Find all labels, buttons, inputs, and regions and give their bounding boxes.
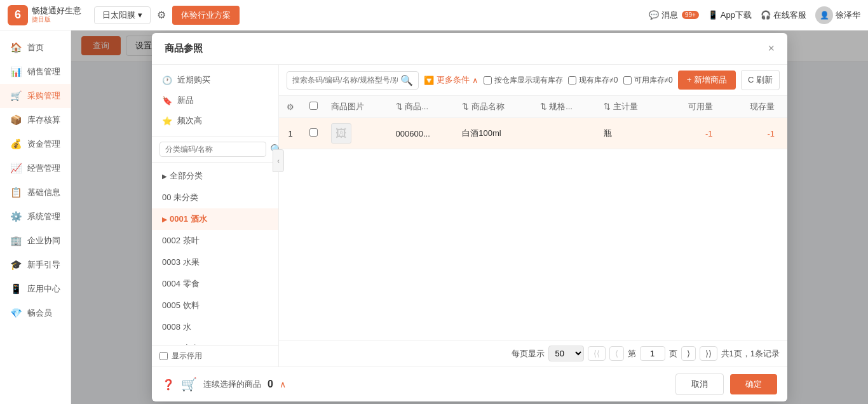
shortcut-recent[interactable]: 🕐 近期购买 <box>152 70 278 90</box>
code-col-header[interactable]: ⇅ 商品... <box>390 96 456 118</box>
add-product-button[interactable]: + 新增商品 <box>678 71 736 90</box>
collapse-panel-button[interactable]: ‹ <box>273 149 284 172</box>
sidebar-item-sales[interactable]: 📊 销售管理 <box>0 60 71 84</box>
cart-icon[interactable]: 🛒 <box>181 377 197 392</box>
sidebar-item-purchase[interactable]: 🛒 采购管理 <box>0 84 71 108</box>
sidebar-item-member[interactable]: 💎 畅会员 <box>0 301 71 325</box>
app-download-button[interactable]: 📱 App下载 <box>708 10 752 21</box>
category-panel: 🕐 近期购买 🔖 新品 ⭐ 频次高 <box>152 65 279 367</box>
trial-button[interactable]: 体验行业方案 <box>172 6 240 25</box>
page-number-input[interactable] <box>640 346 665 361</box>
modal-close-button[interactable]: × <box>768 42 775 55</box>
warehouse-stock-checkbox[interactable] <box>484 76 492 84</box>
enterprise-icon: 🏢 <box>10 235 22 246</box>
filter-check-warehouse[interactable]: 按仓库显示现有库存 <box>484 75 563 86</box>
logo-text: 畅捷通好生意 捷目版 <box>32 6 81 25</box>
more-conditions-button[interactable]: 🔽 更多条件 ∧ <box>424 74 478 86</box>
category-search: 🔍 <box>152 137 278 163</box>
category-snacks[interactable]: 0004 零食 <box>152 273 278 295</box>
collapse-footer-button[interactable]: ∧ <box>280 379 286 389</box>
first-page-button[interactable]: ⟨⟨ <box>588 346 606 361</box>
top-nav: 6 畅捷通好生意 捷目版 日太阳膜 ▾ ⚙ 体验行业方案 💬 消息 99+ 📱 … <box>0 0 868 30</box>
store-selector[interactable]: 日太阳膜 ▾ <box>94 6 151 24</box>
checkbox-col-header <box>302 96 325 118</box>
category-unclassified[interactable]: 00 未分类 <box>152 187 278 208</box>
table-header-row: ⚙ 商品图片 ⇅ 商品... ⇅ 商品名称 ⇅ 规格... ⇅ 主计量 可用量 <box>279 96 787 118</box>
message-icon: 💬 <box>649 10 659 20</box>
category-all[interactable]: ▶ 全部分类 <box>152 165 278 187</box>
online-service-button[interactable]: 🎧 在线客服 <box>761 10 806 21</box>
modal-title: 商品参照 <box>165 43 203 55</box>
shortcut-frequent[interactable]: ⭐ 频次高 <box>152 111 278 131</box>
category-fruit[interactable]: 0003 水果 <box>152 252 278 273</box>
refresh-button[interactable]: C 刷新 <box>741 70 780 90</box>
row-stock: -1 <box>726 118 787 149</box>
image-col-header: 商品图片 <box>325 96 390 118</box>
sidebar-item-system[interactable]: ⚙️ 系统管理 <box>0 205 71 229</box>
sidebar-item-guide[interactable]: 🎓 新手引导 <box>0 253 71 277</box>
cancel-button[interactable]: 取消 <box>675 374 724 395</box>
modal-header: 商品参照 × <box>152 33 787 65</box>
page-size-select[interactable]: 10 20 50 100 <box>548 346 584 361</box>
headset-icon: 🎧 <box>761 10 771 20</box>
sidebar-item-enterprise[interactable]: 🏢 企业协同 <box>0 229 71 253</box>
name-col-header[interactable]: ⇅ 商品名称 <box>456 96 533 118</box>
product-search-input[interactable] <box>292 76 398 84</box>
modal-body: 🕐 近期购买 🔖 新品 ⭐ 频次高 <box>152 65 787 367</box>
sidebar-item-apps[interactable]: 📱 应用中心 <box>0 277 71 301</box>
category-list: ▶ 全部分类 00 未分类 ▶ 0001 酒水 0002 茶 <box>152 163 278 345</box>
search-icon[interactable]: 🔍 <box>400 74 413 86</box>
filter-icon: 🔽 <box>424 76 434 85</box>
available-col-header: 可用量 <box>663 96 725 118</box>
clock-icon: 🕐 <box>162 76 172 85</box>
category-water[interactable]: 0008 水 <box>152 316 278 338</box>
category-tea[interactable]: 0002 茶叶 <box>152 230 278 252</box>
spec-col-header[interactable]: ⇅ 规格... <box>534 96 598 118</box>
user-profile[interactable]: 👤 徐泽华 <box>815 6 860 24</box>
nav-right: 💬 消息 99+ 📱 App下载 🎧 在线客服 👤 徐泽华 <box>649 6 860 24</box>
category-shortcuts: 🕐 近期购买 🔖 新品 ⭐ 频次高 <box>152 65 278 137</box>
member-icon: 💎 <box>10 307 22 319</box>
shortcut-new[interactable]: 🔖 新品 <box>152 90 278 111</box>
inventory-icon: 📦 <box>10 114 22 126</box>
show-disabled-row: 显示停用 <box>152 345 278 367</box>
row-select-checkbox[interactable] <box>309 128 318 137</box>
filter-check-available-stock[interactable]: 可用库存≠0 <box>623 75 673 86</box>
help-icon[interactable]: ❓ <box>162 379 175 391</box>
category-search-input[interactable] <box>159 142 266 157</box>
sidebar-item-basics[interactable]: 📋 基础信息 <box>0 180 71 205</box>
settings-col-header[interactable]: ⚙ <box>279 96 302 118</box>
row-checkbox[interactable] <box>302 118 325 149</box>
cart-count: 0 <box>268 379 273 390</box>
arrow-right-icon: ▶ <box>162 173 167 180</box>
messages-button[interactable]: 💬 消息 99+ <box>649 10 699 21</box>
next-page-button[interactable]: ⟩ <box>681 346 696 361</box>
category-drinks[interactable]: 0005 饮料 <box>152 295 278 316</box>
available-stock-checkbox[interactable] <box>623 76 632 84</box>
sidebar: 🏠 首页 📊 销售管理 🛒 采购管理 📦 库存核算 💰 资金管理 📈 经营管理 … <box>0 30 71 404</box>
last-page-button[interactable]: ⟩⟩ <box>700 346 717 361</box>
table-row[interactable]: 1 🖼 000600... 白酒100ml 瓶 <box>279 118 787 149</box>
unit-col-header[interactable]: ⇅ 主计量 <box>597 96 663 118</box>
filter-check-current-stock[interactable]: 现有库存≠0 <box>568 75 618 86</box>
sidebar-item-finance[interactable]: 💰 资金管理 <box>0 132 71 156</box>
home-icon: 🏠 <box>10 42 22 53</box>
sidebar-item-home[interactable]: 🏠 首页 <box>0 36 71 60</box>
phone-icon: 📱 <box>708 10 718 20</box>
product-image: 🖼 <box>331 123 351 144</box>
category-appliances[interactable]: 0010 家电 <box>152 338 278 345</box>
prev-page-button[interactable]: ⟨ <box>609 346 624 361</box>
gear-icon[interactable]: ⚙ <box>157 9 166 21</box>
logo-icon: 6 <box>8 5 28 25</box>
show-disabled-checkbox[interactable] <box>159 352 168 360</box>
sidebar-item-operations[interactable]: 📈 经营管理 <box>0 156 71 180</box>
select-all-checkbox[interactable] <box>309 102 318 110</box>
current-stock-checkbox[interactable] <box>568 76 576 84</box>
avatar: 👤 <box>815 6 833 24</box>
guide-icon: 🎓 <box>10 259 22 271</box>
sidebar-item-inventory[interactable]: 📦 库存核算 <box>0 108 71 132</box>
category-liquor[interactable]: ▶ 0001 酒水 <box>152 208 278 230</box>
modal-footer: ❓ 🛒 连续选择的商品 0 ∧ 取消 确定 <box>152 367 787 401</box>
confirm-button[interactable]: 确定 <box>730 374 777 394</box>
row-spec <box>534 118 598 149</box>
